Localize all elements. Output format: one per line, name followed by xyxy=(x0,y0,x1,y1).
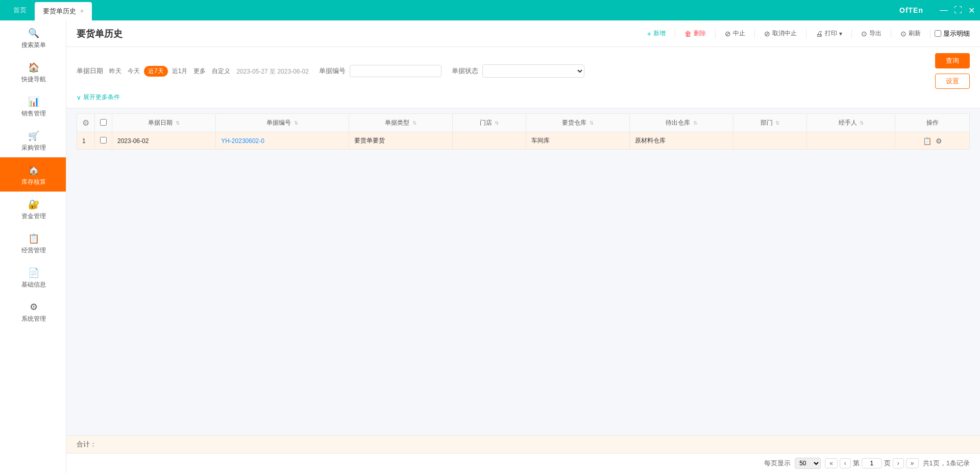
select-all-checkbox[interactable] xyxy=(100,119,107,126)
print-dropdown-icon: ▾ xyxy=(839,30,842,37)
stop-label: 中止 xyxy=(733,29,745,38)
row-edit-icon[interactable]: 📋 xyxy=(923,137,932,145)
th-pending-warehouse-label: 待出仓库 xyxy=(666,119,690,126)
sidebar-item-finance-mgmt[interactable]: 🔐 资金管理 xyxy=(0,192,66,226)
th-date-label: 单据日期 xyxy=(148,119,173,126)
sort-pending-warehouse-icon[interactable]: ⇅ xyxy=(693,120,697,126)
query-button[interactable]: 查询 xyxy=(935,53,970,68)
sidebar-item-basic-info[interactable]: 📄 基础信息 xyxy=(0,260,66,294)
sales-icon: 📊 xyxy=(28,96,39,107)
sort-doctype-icon[interactable]: ⇅ xyxy=(412,120,416,126)
page-size-select[interactable]: 50 10 20 100 xyxy=(795,458,821,469)
th-action-label: 操作 xyxy=(926,119,939,126)
row-docnum: YH-20230602-0 xyxy=(216,132,349,150)
page-nav: « ‹ 第 页 › » xyxy=(825,458,918,468)
delete-label: 删除 xyxy=(694,29,706,38)
show-detail-label: 显示明细 xyxy=(943,29,970,38)
docnum-label: 单据编号 xyxy=(319,66,346,76)
delete-button[interactable]: 🗑 删除 xyxy=(679,27,711,40)
sort-store-icon[interactable]: ⇅ xyxy=(495,120,499,126)
th-dept: 部门 ⇅ xyxy=(733,114,807,132)
sidebar-item-search-menu[interactable]: 🔍 搜索菜单 xyxy=(0,20,66,55)
next-page-btn[interactable]: › xyxy=(893,458,904,468)
tab-requisition-history[interactable]: 要货单历史 × xyxy=(35,2,92,20)
stop-button[interactable]: ⊘ 中止 xyxy=(720,27,750,40)
prev-page-btn[interactable]: ‹ xyxy=(840,458,851,468)
table-container: ⚙ 单据日期 ⇅ 单据编号 ⇅ xyxy=(66,108,980,435)
row-docnum-link[interactable]: YH-20230602-0 xyxy=(221,137,264,145)
sidebar-item-label-search: 搜索菜单 xyxy=(21,41,46,50)
sidebar-item-inventory-calc[interactable]: 🏠 库存核算 xyxy=(0,157,66,192)
sort-dept-icon[interactable]: ⇅ xyxy=(775,120,779,126)
refresh-button[interactable]: ⊙ 刷新 xyxy=(895,27,926,40)
sidebar-item-label-sales: 销售管理 xyxy=(21,109,46,118)
page-size-label: 每页显示 xyxy=(764,459,791,468)
export-button[interactable]: ⊙ 导出 xyxy=(856,27,887,40)
show-detail-checkbox[interactable] xyxy=(935,30,941,37)
maximize-icon[interactable]: ⛶ xyxy=(954,6,962,15)
status-select[interactable] xyxy=(482,64,584,78)
sidebar-item-quick-nav[interactable]: 🏠 快捷导航 xyxy=(0,55,66,89)
date-shortcuts: 昨天 今天 近7天 近1月 更多 自定义 xyxy=(107,66,232,77)
minimize-icon[interactable]: — xyxy=(940,6,948,15)
sort-docnum-icon[interactable]: ⇅ xyxy=(294,120,298,126)
filter-settings-button[interactable]: 设置 xyxy=(935,74,970,89)
sidebar-item-label-inventory: 库存核算 xyxy=(21,178,46,186)
close-window-icon[interactable]: ✕ xyxy=(968,6,975,15)
tab-close-icon[interactable]: × xyxy=(80,8,84,15)
row-store xyxy=(453,132,526,150)
new-button[interactable]: + 新增 xyxy=(642,27,671,40)
cancel-stop-icon: ⊘ xyxy=(764,30,770,38)
ops-icon: 📋 xyxy=(28,233,39,244)
shortcut-yesterday[interactable]: 昨天 xyxy=(107,66,124,77)
content-area: 要货单历史 + 新增 🗑 删除 ⊘ 中止 ⊘ xyxy=(66,20,980,473)
th-action: 操作 xyxy=(895,114,970,132)
shortcut-1month[interactable]: 近1月 xyxy=(170,66,190,77)
shortcut-today[interactable]: 今天 xyxy=(126,66,142,77)
th-store-label: 门店 xyxy=(480,119,492,126)
page-header: 要货单历史 + 新增 🗑 删除 ⊘ 中止 ⊘ xyxy=(66,20,980,47)
page-info: 共1页，1条记录 xyxy=(923,459,970,468)
row-checkbox[interactable] xyxy=(100,137,107,144)
row-more-icon[interactable]: ⚙ xyxy=(936,137,942,145)
docnum-input[interactable] xyxy=(350,65,442,77)
sidebar-item-label-basic: 基础信息 xyxy=(21,280,46,289)
cancel-stop-button[interactable]: ⊘ 取消中止 xyxy=(759,27,802,40)
current-page-input[interactable] xyxy=(862,458,882,468)
print-button[interactable]: 🖨 打印 ▾ xyxy=(811,27,847,40)
sort-date-icon[interactable]: ⇅ xyxy=(176,120,180,126)
first-page-btn[interactable]: « xyxy=(825,458,838,468)
sidebar-item-label-purchase: 采购管理 xyxy=(21,144,46,152)
shortcut-7days[interactable]: 近7天 xyxy=(144,66,168,77)
divider-3 xyxy=(754,29,755,38)
th-handler: 经手人 ⇅ xyxy=(806,114,895,132)
th-doctype-label: 单据类型 xyxy=(385,119,409,126)
sidebar-item-sales-mgmt[interactable]: 📊 销售管理 xyxy=(0,89,66,123)
brand-text: OfTEn xyxy=(899,6,923,14)
th-doctype: 单据类型 ⇅ xyxy=(349,114,452,132)
date-filter-label: 单据日期 xyxy=(77,66,103,76)
table-header: ⚙ 单据日期 ⇅ 单据编号 ⇅ xyxy=(77,114,970,132)
row-pending-warehouse: 原材料仓库 xyxy=(630,132,733,150)
show-detail-toggle[interactable]: 显示明细 xyxy=(935,29,970,38)
sidebar-item-purchase-mgmt[interactable]: 🛒 采购管理 xyxy=(0,123,66,157)
action-icons: 📋 ⚙ xyxy=(900,137,964,145)
divider-1 xyxy=(675,29,675,38)
settings-gear-icon[interactable]: ⚙ xyxy=(82,119,89,127)
sidebar-item-ops-mgmt[interactable]: 📋 经营管理 xyxy=(0,226,66,260)
th-pending-warehouse: 待出仓库 ⇅ xyxy=(630,114,733,132)
status-label: 单据状态 xyxy=(452,66,478,76)
sort-req-warehouse-icon[interactable]: ⇅ xyxy=(590,120,594,126)
divider-7 xyxy=(930,29,930,38)
tab-home[interactable]: 首页 xyxy=(5,0,35,20)
shortcut-more[interactable]: 更多 xyxy=(191,66,208,77)
sort-handler-icon[interactable]: ⇅ xyxy=(860,120,864,126)
tab-home-label: 首页 xyxy=(13,6,27,15)
delete-icon: 🗑 xyxy=(684,30,692,38)
shortcut-custom[interactable]: 自定义 xyxy=(210,66,232,77)
filter-row: 单据日期 昨天 今天 近7天 近1月 更多 自定义 2023-05-27 至 2… xyxy=(77,53,970,89)
sidebar-item-system-mgmt[interactable]: ⚙ 系统管理 xyxy=(0,294,66,328)
inventory-icon: 🏠 xyxy=(28,164,39,176)
last-page-btn[interactable]: » xyxy=(906,458,919,468)
expand-more-btn[interactable]: ∨ 展开更多条件 xyxy=(77,93,970,102)
